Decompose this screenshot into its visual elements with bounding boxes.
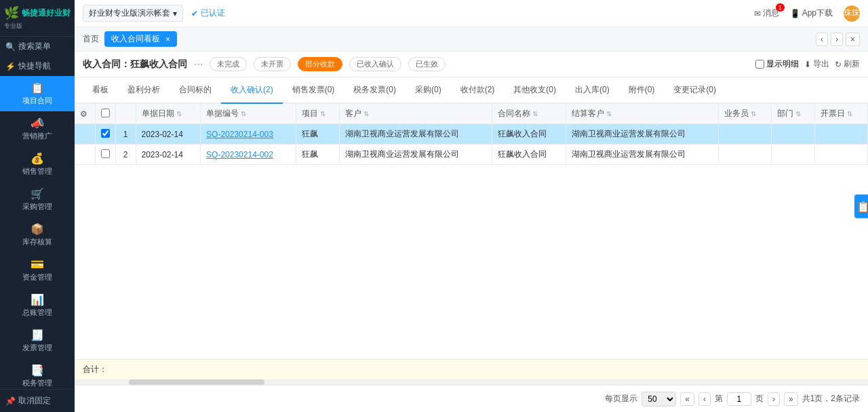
th-salesperson[interactable]: 业务员 ⇅ (719, 104, 772, 124)
total-info: 共1页，2条记录 (802, 393, 860, 405)
show-detail-checkbox[interactable] (755, 60, 764, 69)
refresh-button[interactable]: ↻ 刷新 (835, 58, 860, 70)
th-date[interactable]: 单据日期 ⇅ (136, 104, 201, 124)
sidebar-item-marketing[interactable]: 📣 营销推广 (0, 111, 75, 147)
topbar-right: ✉ 消息 1 📱 App下载 珠珠 (754, 5, 860, 22)
status-incomplete[interactable]: 未完成 (210, 57, 247, 71)
subtab-other[interactable]: 其他收支(0) (504, 77, 566, 104)
tab-prev-button[interactable]: ‹ (816, 33, 828, 46)
sidebar-item-tax[interactable]: 📑 税务管理 (0, 358, 75, 389)
subtab-payment[interactable]: 收付款(2) (451, 77, 505, 104)
status-partial[interactable]: 部分收款 (298, 57, 342, 71)
th-settle-customer[interactable]: 结算客户 ⇅ (566, 104, 719, 124)
show-detail-label[interactable]: 显示明细 (755, 58, 799, 70)
th-dept[interactable]: 部门 ⇅ (772, 104, 814, 124)
prev-page-button[interactable]: ‹ (698, 392, 711, 406)
th-code[interactable]: 单据编号 ⇅ (201, 104, 296, 124)
table-row[interactable]: 2 2023-02-14 SQ-20230214-002 狂飙 湖南卫视商业运营… (75, 145, 868, 165)
subtab-purchase[interactable]: 采购(0) (406, 77, 451, 104)
user-menu[interactable]: 珠珠 (844, 5, 860, 22)
table-wrapper[interactable]: ⚙ 单据日期 ⇅ (75, 104, 868, 359)
header-actions: 显示明细 ⬇ 导出 ↻ 刷新 (755, 58, 860, 70)
tab-income-contract[interactable]: 收入合同看板 × (104, 31, 177, 47)
sidebar-item-invoice[interactable]: 🧾 发票管理 (0, 323, 75, 358)
sort-sales-icon: ⇅ (751, 110, 756, 117)
sidebar-item-project[interactable]: 📋 项目合同 (0, 76, 75, 111)
sidebar-item-inventory[interactable]: 📦 库存核算 (0, 217, 75, 252)
page-number-input[interactable] (727, 392, 751, 406)
th-settings: ⚙ (75, 104, 95, 124)
float-action-icon[interactable]: 📋 (854, 194, 868, 218)
subtab-standards[interactable]: 合同标的 (170, 77, 221, 104)
per-page-label: 每页显示 (605, 393, 637, 405)
status-uninvoiced[interactable]: 未开票 (254, 57, 291, 71)
th-open-date[interactable]: 开票日 ⇅ (814, 104, 867, 124)
status-active[interactable]: 已生效 (408, 57, 446, 71)
scrollbar-thumb[interactable] (129, 379, 264, 385)
row-settle-customer-1: 湖南卫视商业运营发展有限公司 (566, 145, 719, 165)
row-project-1: 狂飙 (296, 145, 339, 165)
table-row[interactable]: 1 2023-02-14 SQ-20230214-003 狂飙 湖南卫视商业运营… (75, 124, 868, 145)
message-button[interactable]: ✉ 消息 1 (754, 7, 779, 19)
tab-close-button[interactable]: × (846, 33, 860, 46)
subtab-changes[interactable]: 变更记录(0) (664, 77, 726, 104)
subtab-board[interactable]: 看板 (83, 77, 118, 104)
last-page-button[interactable]: » (784, 392, 798, 406)
row-num-1: 2 (115, 145, 136, 165)
row-check-1[interactable] (95, 145, 115, 165)
sidebar-item-capital[interactable]: 💳 资金管理 (0, 252, 75, 288)
sort-settle-icon: ⇅ (606, 110, 612, 117)
export-button[interactable]: ⬇ 导出 (804, 58, 829, 70)
project-icon: 📋 (31, 81, 44, 94)
tab-close-icon[interactable]: × (165, 35, 170, 44)
sidebar-logo: 🌿 畅捷通好业财 专业版 (0, 0, 75, 37)
subtab-inout[interactable]: 出入库(0) (566, 77, 619, 104)
subtab-attach[interactable]: 附件(0) (619, 77, 665, 104)
row-date-1: 2023-02-14 (136, 145, 201, 165)
settings-icon[interactable]: ⚙ (80, 109, 87, 119)
row-num-0: 1 (115, 124, 136, 145)
th-contract[interactable]: 合同名称 ⇅ (492, 104, 566, 124)
per-page-select[interactable]: 20 50 100 (642, 392, 676, 407)
content-area: 收入合同：狂飙收入合同 ··· 未完成 未开票 部分收款 已收入确认 已生效 显… (75, 52, 868, 412)
status-confirmed[interactable]: 已收入确认 (349, 57, 401, 71)
sidebar-item-general[interactable]: 📊 总账管理 (0, 288, 75, 323)
th-check (95, 104, 115, 124)
subtab-tax-inv[interactable]: 税务发票(0) (344, 77, 406, 104)
chevron-down-icon: ▾ (173, 9, 177, 18)
app-download-button[interactable]: 📱 App下载 (790, 7, 833, 19)
sort-code-icon: ⇅ (241, 110, 246, 117)
row-settings-0 (75, 124, 95, 145)
th-customer[interactable]: 客户 ⇅ (339, 104, 492, 124)
company-name: 好业财专业版演示帐套 (89, 7, 170, 19)
sidebar-search[interactable]: 🔍 搜索菜单 (0, 37, 75, 56)
th-project[interactable]: 项目 ⇅ (296, 104, 339, 124)
tax-icon: 📑 (31, 364, 44, 377)
next-page-button[interactable]: › (768, 392, 780, 406)
breadcrumb-home[interactable]: 首页 (83, 33, 99, 45)
select-all-checkbox[interactable] (101, 109, 110, 117)
horizontal-scrollbar[interactable] (75, 379, 868, 385)
company-selector[interactable]: 好业财专业版演示帐套 ▾ (83, 5, 183, 22)
row-check-0[interactable] (95, 124, 115, 145)
footer-total: 合计： (83, 364, 107, 375)
first-page-button[interactable]: « (680, 392, 694, 406)
sidebar-item-sales[interactable]: 💰 销售管理 (0, 147, 75, 182)
row-code-1[interactable]: SQ-20230214-002 (201, 145, 296, 165)
subtabs: 看板 盈利分析 合同标的 收入确认(2) 销售发票(0) 税务发票(0) 采购(… (75, 77, 868, 104)
purchase-icon: 🛒 (31, 187, 44, 200)
sidebar-bottom[interactable]: 📌 取消固定 (0, 389, 75, 412)
row-code-0[interactable]: SQ-20230214-003 (201, 124, 296, 145)
export-icon: ⬇ (804, 60, 811, 69)
pagination: 每页显示 20 50 100 « ‹ 第 页 › » 共1页，2条记录 (75, 385, 868, 412)
data-table: ⚙ 单据日期 ⇅ (75, 104, 868, 165)
sidebar-item-purchase[interactable]: 🛒 采购管理 (0, 182, 75, 217)
quick-icon: ⚡ (5, 62, 16, 71)
tab-next-button[interactable]: › (831, 33, 843, 46)
contract-more-button[interactable]: ··· (194, 58, 203, 71)
sidebar-quick-nav[interactable]: ⚡ 快捷导航 (0, 56, 75, 76)
subtab-sales-inv[interactable]: 销售发票(0) (283, 77, 344, 104)
row-settings-1 (75, 145, 95, 165)
subtab-profit[interactable]: 盈利分析 (118, 77, 170, 104)
subtab-confirm[interactable]: 收入确认(2) (221, 77, 283, 104)
